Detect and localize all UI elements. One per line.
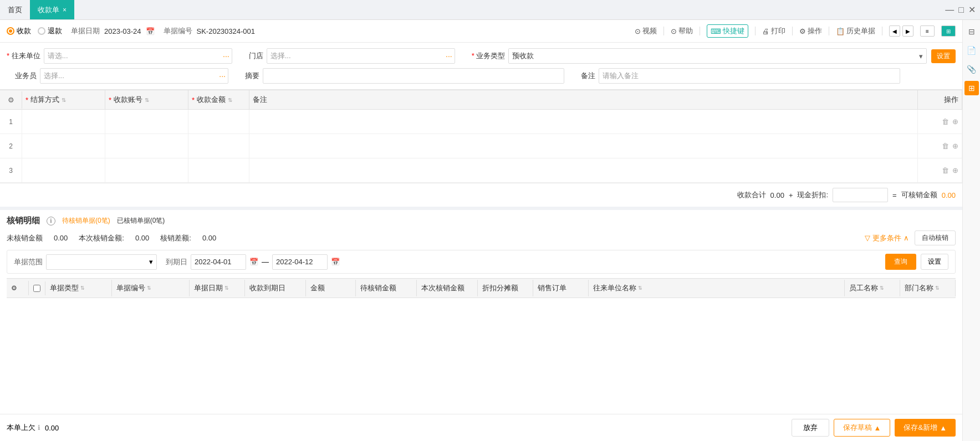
tab-home[interactable]: 首页 xyxy=(0,0,30,19)
maximize-button[interactable]: □ xyxy=(958,5,964,15)
divider-3 xyxy=(755,27,756,35)
current-verify-label: 本次核销金额: xyxy=(79,233,124,243)
per-bill-info-icon[interactable]: ℹ xyxy=(38,424,40,432)
range-dropdown-icon: ▾ xyxy=(149,258,153,266)
nav-prev-btn[interactable]: ◀ xyxy=(889,25,900,37)
print-btn[interactable]: 🖨 打印 xyxy=(762,26,785,36)
summary-input[interactable] xyxy=(263,68,564,84)
sidebar-table-icon[interactable]: ⊟ xyxy=(964,24,979,39)
list-view-btn[interactable]: ≡ xyxy=(920,25,935,37)
verify-done-tab[interactable]: 已核销单据(0笔) xyxy=(117,216,165,225)
row-2-copy-icon[interactable]: ⊕ xyxy=(952,142,958,150)
table-settings-icon[interactable]: ⚙ xyxy=(0,91,22,109)
date-to-input[interactable]: 2022-04-12 xyxy=(272,254,328,270)
row-1-delete-icon[interactable]: 🗑 xyxy=(942,117,949,126)
bth-due-date: 收款到期日 xyxy=(245,280,306,296)
due-date-label: 到期日 xyxy=(166,257,187,267)
doc-num-value: SK-20230324-001 xyxy=(197,27,256,35)
form-settings-btn[interactable]: 设置 xyxy=(931,49,956,63)
doc-date-calendar-icon[interactable]: 📅 xyxy=(146,27,155,35)
save-new-btn[interactable]: 保存&新增 ▲ xyxy=(895,419,956,437)
tab-receipt-close[interactable]: × xyxy=(63,6,67,14)
bth-doc-date: 单据日期 ⇅ xyxy=(190,280,245,296)
bth-check[interactable] xyxy=(29,281,45,295)
sidebar-attach-icon[interactable]: 📎 xyxy=(964,62,979,76)
salesman-more-icon[interactable]: ··· xyxy=(219,71,226,80)
shortcut-label: 快捷键 xyxy=(723,26,744,36)
verify-pending-tab[interactable]: 待核销单据(0笔) xyxy=(62,216,110,225)
more-filters-btn[interactable]: ▽ 更多条件 ∧ xyxy=(865,233,909,243)
sort-doc-date-icon: ⇅ xyxy=(224,285,229,291)
row-3-copy-icon[interactable]: ⊕ xyxy=(952,166,958,175)
nav-next-btn[interactable]: ▶ xyxy=(902,25,913,37)
table-row: 3 🗑 ⊕ xyxy=(0,158,962,183)
radio-refund[interactable]: 退款 xyxy=(38,26,62,36)
th-operation: 操作 xyxy=(918,90,962,109)
divider-2 xyxy=(700,27,700,35)
row-3-remark[interactable] xyxy=(249,158,918,182)
verify-info-icon[interactable]: ℹ xyxy=(47,217,55,225)
print-icon: 🖨 xyxy=(762,27,769,35)
calendar-from-icon[interactable]: 📅 xyxy=(249,258,258,266)
salesman-input[interactable]: 选择... ··· xyxy=(40,68,228,84)
row-3-settle[interactable] xyxy=(22,158,105,182)
filter-icon: ▽ xyxy=(865,234,870,242)
operation-btn[interactable]: ⚙ 操作 xyxy=(799,26,822,36)
help-btn[interactable]: ⊙ 帮助 xyxy=(671,26,693,36)
row-3-delete-icon[interactable]: 🗑 xyxy=(942,166,949,175)
bth-settings[interactable]: ⚙ xyxy=(7,281,29,295)
save-dropdown-icon[interactable]: ▲ xyxy=(940,424,947,432)
sidebar-expand-icon[interactable]: ⊞ xyxy=(964,81,979,95)
discard-btn[interactable]: 放弃 xyxy=(792,419,829,437)
radio-receipt[interactable]: 收款 xyxy=(7,26,31,36)
salesman-placeholder: 选择... xyxy=(44,71,64,81)
table-row: 1 🗑 ⊕ xyxy=(0,110,962,134)
row-3-account[interactable] xyxy=(105,158,188,182)
row-2-account[interactable] xyxy=(105,134,188,158)
row-1-account[interactable] xyxy=(105,110,188,134)
biz-type-label: 业务类型 xyxy=(455,51,509,61)
shortcut-btn[interactable]: ⌨ 快捷键 xyxy=(707,24,748,38)
calendar-to-icon[interactable]: 📅 xyxy=(331,258,340,266)
verify-stats-row: 未核销金额 0.00 本次核销金额: 0.00 核销差额: 0.00 ▽ 更多条… xyxy=(7,230,956,245)
counterparty-input[interactable]: 请选... ··· xyxy=(44,48,232,64)
row-2-delete-icon[interactable]: 🗑 xyxy=(942,142,949,150)
tab-receipt[interactable]: 收款单 × xyxy=(30,0,74,19)
biz-type-input[interactable]: 预收款 ▾ xyxy=(508,48,927,64)
note-placeholder: 请输入备注 xyxy=(603,71,639,81)
store-more-icon[interactable]: ··· xyxy=(446,52,452,60)
note-input[interactable]: 请输入备注 xyxy=(599,68,900,84)
video-btn[interactable]: ⊙ 视频 xyxy=(635,26,657,36)
history-btn[interactable]: 📋 历史单据 xyxy=(836,26,875,36)
row-1-remark[interactable] xyxy=(249,110,918,134)
sum-row: 收款合计 0.00 + 现金折扣: = 可核销金额 0.00 xyxy=(0,183,962,207)
sum-equal-sign: = xyxy=(892,191,897,199)
row-2-amount[interactable] xyxy=(188,134,249,158)
row-2-remark[interactable] xyxy=(249,134,918,158)
close-button[interactable]: ✕ xyxy=(968,4,976,15)
minimize-button[interactable]: — xyxy=(945,5,954,15)
draft-dropdown-icon[interactable]: ▲ xyxy=(874,424,881,432)
query-btn[interactable]: 查询 xyxy=(885,254,916,270)
grid-view-btn[interactable]: ⊞ xyxy=(941,25,956,37)
row-1-copy-icon[interactable]: ⊕ xyxy=(952,117,958,126)
counterparty-placeholder: 请选... xyxy=(48,51,68,61)
receipt-table: ⚙ * 结算方式 ⇅ * 收款账号 ⇅ * 收款金额 ⇅ 备注 xyxy=(0,90,962,183)
row-1-amount[interactable] xyxy=(188,110,249,134)
sidebar-doc-icon[interactable]: 📄 xyxy=(964,43,979,58)
row-3-amount[interactable] xyxy=(188,158,249,182)
range-select[interactable]: ▾ xyxy=(46,254,157,270)
sum-discount-input[interactable] xyxy=(833,188,888,202)
save-draft-btn[interactable]: 保存草稿 ▲ xyxy=(834,419,891,437)
bottom-table-header: ⚙ 单据类型 ⇅ 单据编号 ⇅ 单据日期 ⇅ xyxy=(7,278,956,298)
select-all-checkbox[interactable] xyxy=(33,285,40,292)
row-1-settle[interactable] xyxy=(22,110,105,134)
search-settings-btn[interactable]: 设置 xyxy=(921,254,948,270)
per-bill-value: 0.00 xyxy=(45,424,59,432)
store-input[interactable]: 选择... ··· xyxy=(267,48,455,64)
row-2-settle[interactable] xyxy=(22,134,105,158)
row-3-num: 3 xyxy=(0,158,22,182)
counterparty-more-icon[interactable]: ··· xyxy=(223,52,229,60)
auto-verify-btn[interactable]: 自动核销 xyxy=(915,230,956,245)
date-from-input[interactable]: 2022-04-01 xyxy=(191,254,246,270)
